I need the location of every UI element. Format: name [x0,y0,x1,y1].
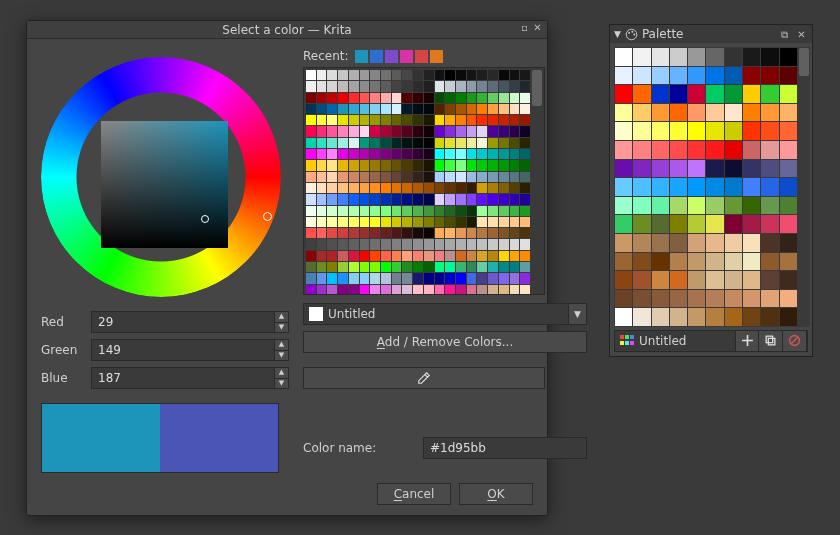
palette-swatch[interactable] [370,138,380,148]
palette-swatch[interactable] [338,104,348,114]
docker-swatch[interactable] [725,160,742,178]
palette-swatch[interactable] [381,138,391,148]
docker-swatch[interactable] [670,85,687,103]
docker-swatch[interactable] [761,253,778,271]
docker-swatch[interactable] [633,48,650,66]
palette-swatch[interactable] [306,251,316,261]
palette-swatch[interactable] [510,194,520,204]
docker-swatch[interactable] [652,178,669,196]
docker-swatch[interactable] [670,234,687,252]
docker-swatch[interactable] [670,290,687,308]
docker-swatch[interactable] [688,290,705,308]
palette-swatch[interactable] [477,126,487,136]
docker-titlebar[interactable]: ▼ Palette ⧉ ✕ [610,25,812,43]
palette-swatch[interactable] [467,228,477,238]
palette-swatch[interactable] [435,228,445,238]
palette-swatch[interactable] [477,70,487,80]
palette-swatch[interactable] [360,138,370,148]
docker-swatch[interactable] [615,253,632,271]
palette-swatch[interactable] [456,172,466,182]
palette-swatch[interactable] [520,228,530,238]
palette-swatch[interactable] [327,126,337,136]
palette-swatch[interactable] [349,172,359,182]
docker-swatch[interactable] [615,85,632,103]
palette-swatch[interactable] [413,228,423,238]
palette-swatch[interactable] [488,149,498,159]
palette-swatch[interactable] [435,251,445,261]
palette-swatch[interactable] [424,115,434,125]
docker-swatch[interactable] [780,308,797,326]
palette-swatch[interactable] [424,194,434,204]
docker-swatch[interactable] [670,197,687,215]
palette-swatch[interactable] [445,251,455,261]
palette-swatch[interactable] [413,149,423,159]
palette-swatch[interactable] [338,115,348,125]
palette-swatch[interactable] [445,126,455,136]
docker-swatch[interactable] [615,308,632,326]
palette-swatch[interactable] [488,262,498,272]
palette-swatch[interactable] [360,104,370,114]
palette-swatch[interactable] [370,93,380,103]
palette-swatch[interactable] [488,206,498,216]
docker-swatch[interactable] [688,215,705,233]
palette-swatch[interactable] [510,228,520,238]
palette-swatch[interactable] [360,70,370,80]
palette-swatch[interactable] [349,126,359,136]
float-icon[interactable]: ⧉ [778,28,791,41]
docker-swatch[interactable] [688,85,705,103]
palette-swatch[interactable] [338,251,348,261]
palette-swatch[interactable] [381,217,391,227]
palette-swatch[interactable] [360,285,370,295]
palette-swatch[interactable] [510,239,520,249]
palette-swatch[interactable] [499,228,509,238]
palette-swatch[interactable] [381,160,391,170]
palette-swatch[interactable] [306,149,316,159]
docker-swatch[interactable] [761,104,778,122]
docker-swatch[interactable] [633,215,650,233]
palette-swatch[interactable] [520,262,530,272]
recent-swatch[interactable] [400,50,413,63]
palette-swatch[interactable] [338,172,348,182]
palette-swatch[interactable] [520,126,530,136]
palette-swatch[interactable] [499,285,509,295]
docker-swatch[interactable] [633,271,650,289]
palette-swatch[interactable] [349,262,359,272]
palette-swatch[interactable] [520,206,530,216]
palette-swatch[interactable] [317,104,327,114]
palette-swatch[interactable] [402,115,412,125]
palette-swatch[interactable] [456,149,466,159]
palette-swatch[interactable] [520,70,530,80]
palette-swatch[interactable] [499,81,509,91]
palette-swatch[interactable] [424,126,434,136]
palette-swatch[interactable] [306,81,316,91]
palette-swatch[interactable] [520,115,530,125]
palette-swatch[interactable] [306,285,316,295]
docker-swatch[interactable] [780,104,797,122]
palette-swatch[interactable] [317,115,327,125]
docker-swatch[interactable] [652,48,669,66]
palette-swatch[interactable] [413,194,423,204]
add-swatch-button[interactable] [735,330,759,352]
palette-swatch[interactable] [349,93,359,103]
docker-swatch[interactable] [670,141,687,159]
palette-swatch[interactable] [499,104,509,114]
palette-swatch[interactable] [510,160,520,170]
palette-swatch[interactable] [424,160,434,170]
palette-swatch[interactable] [477,138,487,148]
palette-swatch[interactable] [467,172,477,182]
palette-swatch[interactable] [381,183,391,193]
docker-swatch[interactable] [688,253,705,271]
palette-swatch[interactable] [435,160,445,170]
palette-swatch[interactable] [467,160,477,170]
green-down-icon[interactable]: ▼ [274,351,288,361]
docker-swatch[interactable] [743,290,760,308]
collapse-arrow-icon[interactable]: ▼ [614,29,621,39]
palette-swatch[interactable] [392,70,402,80]
docker-swatch[interactable] [725,67,742,85]
palette-swatch[interactable] [349,183,359,193]
palette-swatch[interactable] [370,285,380,295]
docker-swatch[interactable] [706,160,723,178]
palette-swatch[interactable] [456,194,466,204]
palette-swatch[interactable] [413,126,423,136]
palette-swatch[interactable] [488,251,498,261]
